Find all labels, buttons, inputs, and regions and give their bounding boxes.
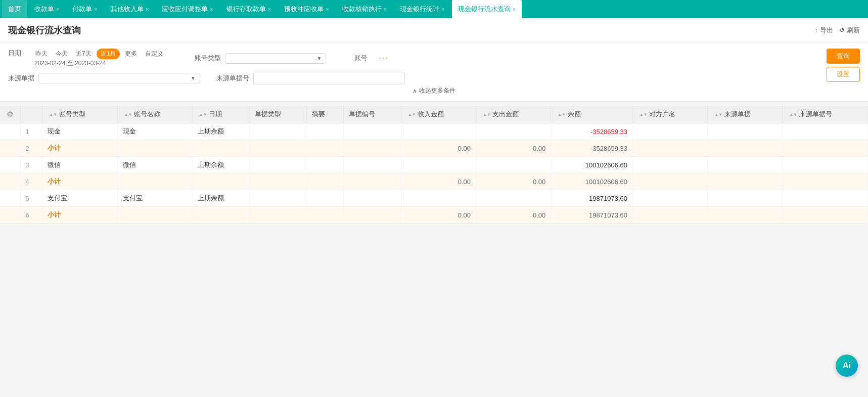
nav-tab-other-income-label: 其他收入单 [111,5,144,14]
cell-seq: 4 [20,173,42,190]
nav-tab-bank-stats-close[interactable]: × [441,6,444,12]
nav-tab-bank-deposit[interactable]: 银行存取款单 × [220,0,277,18]
table-header-row: ⚙ ▲▼ 账号类型 ▲▼ 账号名称 ▲▼ 日期 单据类型 摘要 单据编号 [0,106,868,123]
nav-tab-home[interactable]: 首页 [2,0,27,18]
cell-summary [307,190,344,207]
nav-tab-bank-stats[interactable]: 现金银行统计 × [394,0,450,18]
table-row[interactable]: 3 微信 微信 上期余额 100102606.60 [0,157,868,173]
source-doc-label: 来源单据 [8,74,34,83]
refresh-button[interactable]: ↺ 刷新 [839,26,860,35]
nav-tab-verify-receipt[interactable]: 收款核销执行 × [336,0,393,18]
table-row[interactable]: 1 现金 现金 上期余额 -3528659.33 [0,123,868,140]
nav-tab-verify-receipt-label: 收款核销执行 [342,5,382,14]
nav-tab-other-income-close[interactable]: × [146,6,149,12]
data-table-container: ⚙ ▲▼ 账号类型 ▲▼ 账号名称 ▲▼ 日期 单据类型 摘要 单据编号 [0,106,868,224]
nav-tab-advance-offset-close[interactable]: × [326,6,329,12]
cell-date: 上期余额 [192,157,249,173]
col-balance[interactable]: ▲▼ 余额 [551,106,633,123]
date-option-1month[interactable]: 近1月 [97,49,120,59]
page-title: 现金银行流水查询 [8,24,81,36]
date-option-yesterday[interactable]: 昨天 [32,49,51,59]
date-option-7days[interactable]: 近7天 [73,49,95,59]
cell-expense [476,157,551,173]
cell-seq: 2 [20,140,42,157]
refresh-label: 刷新 [847,26,860,35]
cell-date [192,140,249,157]
date-option-custom[interactable]: 自定义 [142,49,166,59]
nav-tab-other-income[interactable]: 其他收入单 × [105,0,155,18]
query-button[interactable]: 查询 [827,49,860,64]
col-date[interactable]: ▲▼ 日期 [192,106,249,123]
cell-income [401,123,476,140]
cell-date [192,207,249,224]
nav-tab-bank-deposit-label: 银行存取款单 [226,5,266,14]
nav-tab-bank-flow[interactable]: 现金银行流水查询 × [452,0,522,18]
col-summary: 摘要 [307,106,344,123]
cell-counterpart [632,207,707,224]
table-row[interactable]: 4 小计 0.00 0.00 100102606.60 [0,173,868,190]
cell-source-doc-no [783,140,868,157]
nav-tab-ap-adjust[interactable]: 应收应付调整单 × [156,0,219,18]
col-account-type-sort-icon: ▲▼ [49,113,57,117]
col-account-type[interactable]: ▲▼ 账号类型 [42,106,117,123]
cell-counterpart [632,157,707,173]
table-row[interactable]: 2 小计 0.00 0.00 -3528659.33 [0,140,868,157]
col-source-doc[interactable]: ▲▼ 来源单据 [708,106,783,123]
table-row[interactable]: 6 小计 0.00 0.00 19871073.60 [0,207,868,224]
cell-seq: 1 [20,123,42,140]
cell-source-doc [708,157,783,173]
col-doc-no: 单据编号 [344,106,401,123]
table-body: 1 现金 现金 上期余额 -3528659.33 2 小计 [0,123,868,224]
gear-icon[interactable]: ⚙ [7,110,13,118]
cell-account-type: 小计 [42,173,117,190]
cell-expense [476,190,551,207]
nav-tab-verify-receipt-close[interactable]: × [384,6,387,12]
col-income[interactable]: ▲▼ 收入金额 [401,106,476,123]
cell-doc-type [250,140,307,157]
cell-date: 上期余额 [192,123,249,140]
export-button[interactable]: ↑ 导出 [815,26,834,35]
filter-actions: 查询 设置 [827,49,860,82]
col-source-doc-no[interactable]: ▲▼ 来源单据号 [783,106,868,123]
cell-source-doc [708,173,783,190]
account-type-select[interactable]: ▼ [225,53,326,64]
cell-source-doc-no [783,207,868,224]
source-doc-no-label: 来源单据号 [216,74,249,83]
cell-counterpart [632,190,707,207]
nav-tab-bank-deposit-close[interactable]: × [268,6,271,12]
nav-tab-receipt[interactable]: 收款单 × [28,0,65,18]
cell-account-name: 支付宝 [117,190,192,207]
col-counterpart[interactable]: ▲▼ 对方户名 [632,106,707,123]
col-gear[interactable]: ⚙ [0,106,20,123]
nav-tab-bank-flow-close[interactable]: × [513,6,516,12]
collapse-bar[interactable]: ∧ 收起更多条件 [8,84,860,95]
source-doc-select[interactable]: ▼ [38,73,200,83]
date-option-today[interactable]: 今天 [53,49,71,59]
col-doc-type: 单据类型 [250,106,307,123]
source-doc-arrow-icon: ▼ [191,75,196,81]
nav-tab-advance-offset[interactable]: 预收冲应收单 × [278,0,335,18]
nav-tab-ap-adjust-close[interactable]: × [210,6,213,12]
cell-expense: 0.00 [476,207,551,224]
col-account-name[interactable]: ▲▼ 账号名称 [117,106,192,123]
account-type-arrow-icon: ▼ [316,56,322,61]
source-doc-no-input[interactable] [253,72,405,84]
cell-account-name: 现金 [117,123,192,140]
settings-button[interactable]: 设置 [827,67,860,82]
col-expense[interactable]: ▲▼ 支出金额 [476,106,551,123]
table-row[interactable]: 5 支付宝 支付宝 上期余额 19871073.60 [0,190,868,207]
cell-counterpart [632,140,707,157]
cell-doc-type [250,157,307,173]
cell-doc-no [344,123,401,140]
filter-row-2: 来源单据 ▼ 来源单据号 [8,72,818,84]
collapse-label: 收起更多条件 [419,86,455,95]
account-dots-button[interactable]: ··· [379,54,388,63]
nav-tab-payment[interactable]: 付款单 × [66,0,103,18]
nav-tab-payment-close[interactable]: × [94,6,97,12]
date-option-more[interactable]: 更多 [122,49,140,59]
cell-source-doc [708,207,783,224]
cell-source-doc-no [783,123,868,140]
cell-balance: 100102606.60 [551,173,633,190]
nav-tab-receipt-close[interactable]: × [56,6,59,12]
cell-account-name [117,207,192,224]
